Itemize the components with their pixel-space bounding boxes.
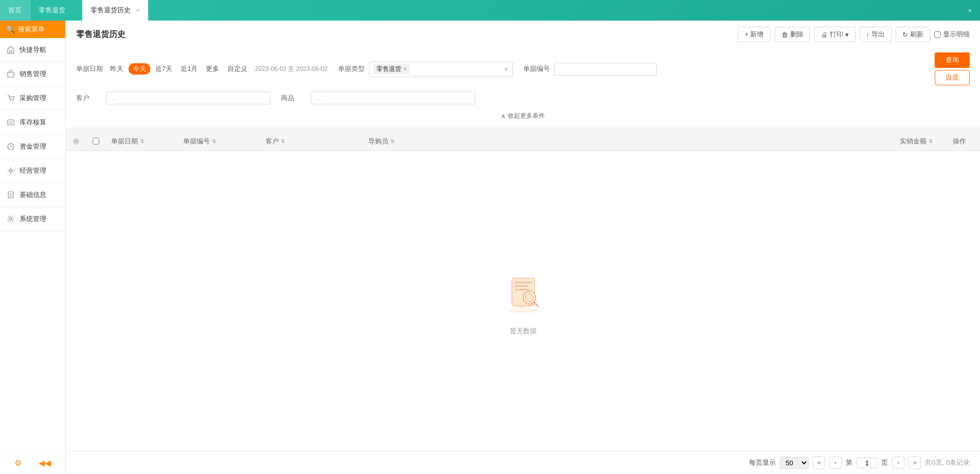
sidebar-item-operation[interactable]: 经营管理 bbox=[0, 159, 65, 183]
svg-rect-0 bbox=[8, 72, 14, 77]
type-filter-select[interactable]: 零售退货 × ∨ bbox=[369, 62, 513, 77]
th-check[interactable] bbox=[86, 138, 105, 144]
sidebar-item-purchase-label: 采购管理 bbox=[20, 94, 46, 103]
top-nav-close[interactable]: × bbox=[959, 7, 980, 14]
collapse-bar[interactable]: ∧ 收起更多条件 bbox=[76, 108, 970, 123]
sidebar-item-inventory[interactable]: 库存核算 bbox=[0, 111, 65, 135]
tab-retail-return-close[interactable]: × bbox=[70, 7, 74, 13]
customer-filter-input[interactable]: ... bbox=[106, 92, 271, 104]
date-opt-today[interactable]: 今天 bbox=[129, 63, 150, 75]
date-opt-last1m[interactable]: 近1月 bbox=[177, 63, 201, 75]
collapse-up-icon: ∧ bbox=[501, 113, 506, 120]
show-detail-toggle[interactable]: 显示明细 bbox=[934, 30, 970, 39]
show-detail-label-text: 显示明细 bbox=[943, 30, 970, 39]
new-button[interactable]: + 新增 bbox=[738, 27, 770, 42]
refresh-button[interactable]: ↻ 刷新 bbox=[896, 27, 930, 42]
tab-home[interactable]: 首页 bbox=[0, 0, 30, 21]
refresh-button-label: 刷新 bbox=[910, 30, 923, 39]
svg-point-8 bbox=[75, 140, 77, 142]
sidebar-item-finance[interactable]: 资金管理 bbox=[0, 135, 65, 159]
table-header: 单据日期 ⇅ 单据编号 ⇅ 客户 ⇅ 导购员 ⇅ 实销金额 ⇅ bbox=[66, 132, 980, 151]
sidebar-search[interactable]: 🔍 搜索菜单 bbox=[0, 21, 65, 38]
home-icon bbox=[6, 45, 15, 54]
print-button-label: 打印 bbox=[830, 30, 843, 39]
th-gear[interactable] bbox=[66, 138, 86, 145]
th-customer-label: 客户 bbox=[265, 137, 279, 146]
audio-bottom-icon[interactable]: ◀◀ bbox=[39, 458, 51, 468]
no-filter-input[interactable] bbox=[554, 63, 657, 76]
delete-button[interactable]: 🗑 删除 bbox=[775, 27, 810, 42]
goods-filter-input[interactable]: ... bbox=[311, 92, 475, 104]
date-filter-item: 单据日期 昨天 今天 近7天 近1月 更多 自定义 2023-06-02 至 2… bbox=[76, 63, 328, 75]
page-unit-text: 页 bbox=[881, 458, 888, 467]
svg-point-2 bbox=[12, 100, 13, 101]
operation-icon bbox=[6, 166, 15, 175]
svg-point-5 bbox=[10, 170, 12, 172]
export-button-label: 导出 bbox=[871, 30, 885, 39]
type-filter-label: 单据类型 bbox=[338, 64, 365, 74]
sidebar-item-finance-label: 资金管理 bbox=[20, 142, 46, 151]
print-button[interactable]: 🖨 打印 ▾ bbox=[814, 27, 856, 42]
th-no-label: 单据编号 bbox=[183, 137, 210, 146]
tab-retail-return-history[interactable]: 零售退货历史 × bbox=[82, 0, 148, 21]
filter-settings-button[interactable]: 设置 bbox=[935, 70, 970, 85]
type-filter-tag: 零售退货 × bbox=[373, 64, 409, 74]
th-no[interactable]: 单据编号 ⇅ bbox=[177, 137, 259, 146]
page-first-button[interactable]: « bbox=[813, 457, 825, 469]
date-opt-yesterday[interactable]: 昨天 bbox=[107, 63, 127, 75]
page-number-input[interactable] bbox=[857, 458, 877, 468]
customer-filter-label: 客户 bbox=[76, 94, 102, 103]
empty-state: 暂无数据 bbox=[66, 151, 980, 451]
tab-retail-return[interactable]: 零售退货 × bbox=[30, 0, 82, 21]
page-next-button[interactable]: › bbox=[892, 457, 904, 469]
sidebar-item-inventory-label: 库存核算 bbox=[20, 118, 46, 127]
finance-icon bbox=[6, 142, 15, 151]
goods-filter-item: 商品 ... bbox=[281, 92, 475, 104]
svg-rect-11 bbox=[514, 282, 532, 283]
date-range-text: 2023-06-02 至 2023-06-02 bbox=[255, 65, 327, 74]
page-header-wrapper: 零售退货历史 + 新增 🗑 删除 🖨 打印 ▾ ↑ bbox=[66, 21, 980, 127]
content-area: 零售退货历史 + 新增 🗑 删除 🖨 打印 ▾ ↑ bbox=[66, 21, 980, 474]
type-filter-tag-close[interactable]: × bbox=[403, 66, 406, 72]
delete-button-label: 删除 bbox=[790, 30, 804, 39]
top-nav: 首页 零售退货 × 零售退货历史 × × bbox=[0, 0, 980, 21]
sidebar-bottom: ⚙ ◀◀ bbox=[0, 451, 65, 474]
sidebar-item-quick-nav-label: 快捷导航 bbox=[20, 45, 46, 54]
export-button[interactable]: ↑ 导出 bbox=[860, 27, 892, 42]
select-all-checkbox[interactable] bbox=[93, 138, 99, 144]
th-date[interactable]: 单据日期 ⇅ bbox=[105, 137, 177, 146]
sidebar-item-system[interactable]: 系统管理 bbox=[0, 207, 65, 231]
sidebar-item-quick-nav[interactable]: 快捷导航 bbox=[0, 38, 65, 62]
th-customer-sort: ⇅ bbox=[281, 138, 285, 144]
th-guide-sort: ⇅ bbox=[390, 138, 395, 144]
sidebar-item-basic-info[interactable]: 基础信息 bbox=[0, 183, 65, 207]
th-op-label: 操作 bbox=[953, 137, 966, 146]
tab-home-label: 首页 bbox=[8, 6, 22, 15]
tab-retail-return-history-close[interactable]: × bbox=[136, 7, 139, 13]
svg-point-9 bbox=[509, 308, 538, 313]
th-customer[interactable]: 客户 ⇅ bbox=[259, 137, 362, 146]
query-button[interactable]: 查询 bbox=[935, 52, 970, 68]
th-guide[interactable]: 导购员 ⇅ bbox=[362, 137, 877, 146]
page-prev-button[interactable]: ‹ bbox=[829, 457, 842, 469]
new-button-label: + 新增 bbox=[744, 30, 763, 39]
page-total: 共0页, 0条记录 bbox=[925, 458, 970, 467]
page-size-select[interactable]: 50 10 20 100 bbox=[780, 457, 809, 469]
page-last-button[interactable]: » bbox=[908, 457, 921, 469]
purchase-icon bbox=[6, 94, 15, 103]
show-detail-checkbox[interactable] bbox=[934, 31, 941, 38]
date-opt-more[interactable]: 更多 bbox=[203, 63, 222, 75]
date-opt-custom[interactable]: 自定义 bbox=[224, 63, 251, 75]
th-date-label: 单据日期 bbox=[111, 137, 138, 146]
sidebar-item-sales[interactable]: 销售管理 bbox=[0, 62, 65, 86]
sidebar-search-label: 搜索菜单 bbox=[18, 25, 45, 34]
filter-row-2: 客户 ... 商品 ... bbox=[76, 89, 970, 108]
table-container: 单据日期 ⇅ 单据编号 ⇅ 客户 ⇅ 导购员 ⇅ 实销金额 ⇅ bbox=[66, 132, 980, 474]
settings-bottom-icon[interactable]: ⚙ bbox=[14, 458, 22, 468]
sidebar-item-purchase[interactable]: 采购管理 bbox=[0, 86, 65, 111]
th-amount[interactable]: 实销金额 ⇅ bbox=[877, 137, 939, 146]
date-opt-last7[interactable]: 近7天 bbox=[152, 63, 175, 75]
pagination: 每页显示 50 10 20 100 « ‹ 第 页 › » 共0页, 0条记录 bbox=[66, 451, 980, 474]
svg-point-7 bbox=[10, 218, 12, 220]
system-icon bbox=[6, 214, 15, 224]
